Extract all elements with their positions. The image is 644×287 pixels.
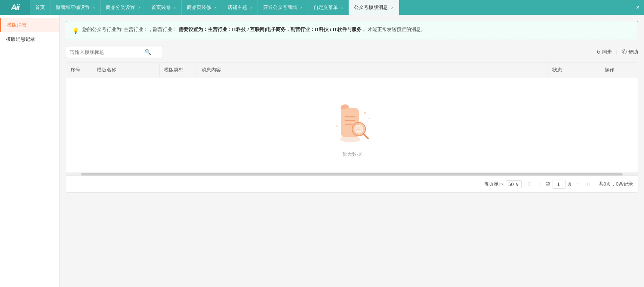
first-page-button[interactable]: ⟨⟨: [525, 180, 534, 189]
main-content: 💡 您的公众号行业为: 主营行业：，副营行业： 需要设置为：主营行业：IT科技 …: [60, 15, 644, 287]
prev-page-button[interactable]: ﹤: [535, 180, 544, 189]
nav-tab-home-decoration[interactable]: 首页装修 ×: [146, 0, 182, 15]
page-unit-label: 页: [567, 181, 572, 187]
svg-point-5: [354, 125, 363, 134]
th-index: 序号: [66, 63, 92, 77]
close-tab-product-deco[interactable]: ×: [214, 5, 216, 10]
sidebar: 模版消息 模版消息记录: [0, 15, 60, 287]
pagination: 每页显示 50 ∨ ⟨⟨ ﹤ 第 页 ﹥ ⟩⟩ 共0页，0条记录: [66, 175, 638, 192]
nav-tab-template-msg[interactable]: 公众号模版消息 ×: [349, 0, 399, 15]
nav-tab-product-decoration[interactable]: 商品页装修 ×: [182, 0, 222, 15]
help-icon: ⓪: [622, 49, 627, 55]
svg-point-11: [336, 125, 338, 127]
nav-tabs-container: 首页 微商城店铺设置 × 商品分类设置 × 首页装修 × 商品页装修 × 店铺主…: [30, 0, 632, 15]
svg-point-10: [368, 118, 370, 119]
app-logo: Aii: [0, 0, 30, 15]
scrollbar-thumb[interactable]: [81, 173, 623, 175]
nav-tab-custom-menu[interactable]: 自定义菜单 ×: [308, 0, 349, 15]
th-content: 消息内容: [197, 63, 548, 77]
nav-tab-store-theme[interactable]: 店铺主题 ×: [222, 0, 258, 15]
search-button[interactable]: 🔍: [145, 49, 151, 55]
notice-box: 💡 您的公众号行业为: 主营行业：，副营行业： 需要设置为：主营行业：IT科技 …: [66, 21, 638, 40]
th-action: 操作: [600, 63, 638, 77]
dropdown-chevron-icon: ∨: [515, 181, 519, 187]
page-number-input[interactable]: [552, 180, 566, 189]
toolbar-divider: |: [616, 49, 617, 55]
svg-point-9: [364, 112, 366, 114]
horizontal-scrollbar[interactable]: [66, 172, 638, 175]
page-size-dropdown[interactable]: 50 ∨: [506, 180, 521, 188]
page-size-select: 每页显示 50 ∨: [484, 180, 521, 188]
notice-text: 您的公众号行业为: 主营行业：，副营行业： 需要设置为：主营行业：IT科技 / …: [82, 26, 426, 34]
page-navigation: ⟨⟨ ﹤ 第 页 ﹥ ⟩⟩: [525, 180, 593, 189]
data-table: 序号 模版名称 模版类型 消息内容 状态 操作: [66, 62, 638, 193]
search-bar: 🔍 ↻ 同步 | ⓪ 帮助: [66, 46, 638, 58]
search-input[interactable]: [70, 49, 145, 55]
toolbar-right: ↻ 同步 | ⓪ 帮助: [597, 49, 638, 55]
empty-icon: [330, 100, 375, 145]
search-input-wrap[interactable]: 🔍: [66, 46, 163, 58]
th-status: 状态: [548, 63, 600, 77]
close-tab-template-msg[interactable]: ×: [391, 5, 393, 10]
close-tab-custom-menu[interactable]: ×: [341, 5, 343, 10]
help-button[interactable]: ⓪ 帮助: [622, 49, 638, 55]
nav-tab-shop-settings[interactable]: 微商城店铺设置 ×: [50, 0, 101, 15]
nav-tab-open-mall[interactable]: 开通公众号商城 ×: [258, 0, 308, 15]
next-page-button[interactable]: ﹥: [573, 180, 582, 189]
close-tab-home-deco[interactable]: ×: [174, 5, 176, 10]
close-tab-store-theme[interactable]: ×: [250, 5, 252, 10]
total-records-label: 共0页，0条记录: [599, 181, 633, 187]
nav-tab-home[interactable]: 首页: [30, 0, 50, 15]
sidebar-item-template-msg[interactable]: 模版消息: [0, 18, 59, 32]
close-tab-open-mall[interactable]: ×: [300, 5, 302, 10]
svg-line-6: [364, 134, 368, 138]
th-type: 模版类型: [160, 63, 197, 77]
last-page-button[interactable]: ⟩⟩: [584, 180, 593, 189]
page-label: 第: [546, 181, 551, 187]
close-tab-shop-settings[interactable]: ×: [93, 5, 95, 10]
sync-button[interactable]: ↻ 同步: [597, 49, 612, 55]
sync-icon: ↻: [597, 49, 601, 55]
top-navigation: Aii 首页 微商城店铺设置 × 商品分类设置 × 首页装修 × 商品页装修 ×…: [0, 0, 644, 15]
close-tab-category[interactable]: ×: [138, 5, 140, 10]
nav-tab-category-settings[interactable]: 商品分类设置 ×: [101, 0, 146, 15]
table-header: 序号 模版名称 模版类型 消息内容 状态 操作: [66, 63, 638, 77]
page-body: 模版消息 模版消息记录 💡 您的公众号行业为: 主营行业：，副营行业： 需要设置…: [0, 15, 644, 287]
empty-text: 暂无数据: [342, 151, 362, 158]
bulb-icon: 💡: [72, 26, 79, 35]
th-name: 模版名称: [92, 63, 160, 77]
close-all-tabs-button[interactable]: ×: [632, 4, 644, 11]
sidebar-item-template-record[interactable]: 模版消息记录: [0, 32, 59, 46]
empty-state: 暂无数据: [66, 77, 638, 172]
